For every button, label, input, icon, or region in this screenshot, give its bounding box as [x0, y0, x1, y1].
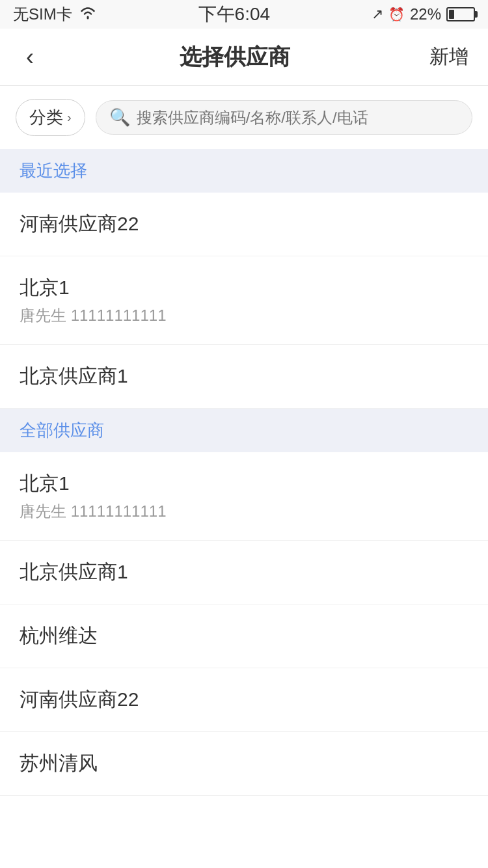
item-name: 苏州清风 — [20, 750, 468, 777]
item-name: 北京1 — [20, 275, 468, 301]
item-sub: 唐先生 11111111111 — [20, 305, 468, 326]
list-item[interactable]: 北京1唐先生 11111111111 — [0, 452, 488, 541]
recent-items-list: 河南供应商22北京1唐先生 11111111111北京供应商1 — [0, 193, 488, 409]
status-right: ↗ ⏰ 22% — [372, 5, 475, 23]
alarm-icon: ⏰ — [388, 7, 405, 22]
search-input[interactable] — [137, 109, 459, 127]
item-name: 河南供应商22 — [20, 686, 468, 713]
status-left: 无SIM卡 — [13, 4, 97, 25]
item-name: 北京供应商1 — [20, 363, 468, 390]
item-name: 杭州维达 — [20, 623, 468, 649]
list-item[interactable]: 北京1唐先生 11111111111 — [0, 256, 488, 345]
list-item[interactable]: 河南供应商22 — [0, 668, 488, 732]
category-label: 分类 — [29, 106, 63, 129]
all-items-list: 北京1唐先生 11111111111北京供应商1杭州维达河南供应商22苏州清风 — [0, 452, 488, 796]
battery-icon — [446, 7, 475, 21]
item-sub: 唐先生 11111111111 — [20, 501, 468, 522]
wifi-icon — [79, 5, 97, 23]
search-icon: 🔍 — [109, 107, 130, 128]
list-item[interactable]: 北京供应商1 — [0, 541, 488, 604]
category-filter-button[interactable]: 分类 › — [16, 99, 85, 136]
item-name: 北京1 — [20, 470, 468, 497]
add-button[interactable]: 新增 — [429, 44, 468, 70]
list-item[interactable]: 苏州清风 — [0, 732, 488, 796]
page-title: 选择供应商 — [180, 42, 290, 72]
status-bar: 无SIM卡 下午6:04 ↗ ⏰ 22% — [0, 0, 488, 29]
back-button[interactable]: ‹ — [20, 37, 40, 77]
list-item[interactable]: 河南供应商22 — [0, 193, 488, 256]
filter-bar: 分类 › 🔍 — [0, 86, 488, 149]
nav-bar: ‹ 选择供应商 新增 — [0, 29, 488, 86]
list-item[interactable]: 北京供应商1 — [0, 345, 488, 409]
all-section-header: 全部供应商 — [0, 409, 488, 452]
list-item[interactable]: 杭州维达 — [0, 604, 488, 668]
chevron-right-icon: › — [67, 110, 72, 125]
recent-section-label: 最近选择 — [20, 161, 87, 180]
item-name: 河南供应商22 — [20, 211, 468, 237]
carrier-text: 无SIM卡 — [13, 4, 72, 25]
item-name: 北京供应商1 — [20, 559, 468, 586]
recent-section-header: 最近选择 — [0, 149, 488, 193]
battery-percent: 22% — [410, 5, 441, 23]
location-icon: ↗ — [372, 6, 383, 23]
all-section-label: 全部供应商 — [20, 420, 104, 440]
search-box[interactable]: 🔍 — [96, 100, 472, 135]
status-time: 下午6:04 — [198, 2, 271, 27]
